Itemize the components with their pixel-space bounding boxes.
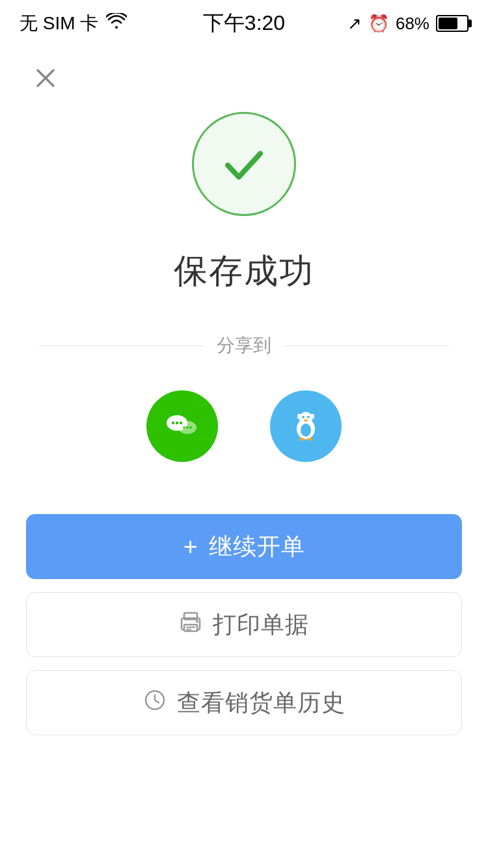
status-right: ↗ ⏰ 68% <box>347 14 468 34</box>
continue-button[interactable]: + 继续开单 <box>26 514 462 579</box>
wechat-icon <box>163 407 202 446</box>
svg-point-12 <box>302 416 305 418</box>
svg-point-19 <box>310 414 314 419</box>
history-button[interactable]: 查看销货单历史 <box>26 670 462 735</box>
sim-status: 无 SIM 卡 <box>20 11 98 36</box>
svg-point-6 <box>180 422 182 424</box>
svg-point-9 <box>189 426 192 429</box>
wechat-share-button[interactable] <box>146 390 218 462</box>
history-label: 查看销货单历史 <box>177 687 346 719</box>
status-bar: 无 SIM 卡 下午3:20 ↗ ⏰ 68% <box>0 0 488 47</box>
print-icon <box>179 610 202 640</box>
battery-icon <box>436 15 468 32</box>
svg-point-18 <box>297 414 301 419</box>
status-time: 下午3:20 <box>203 9 285 38</box>
share-label: 分享到 <box>204 333 284 358</box>
close-button[interactable] <box>26 59 65 98</box>
svg-point-4 <box>172 422 174 424</box>
main-content: 保存成功 分享到 <box>0 47 488 735</box>
status-left: 无 SIM 卡 <box>20 11 127 36</box>
close-icon <box>34 66 57 90</box>
divider-line-right <box>284 346 449 346</box>
success-title: 保存成功 <box>174 249 314 294</box>
print-button[interactable]: 打印单据 <box>26 592 462 657</box>
svg-point-5 <box>176 422 178 424</box>
share-divider: 分享到 <box>0 333 488 358</box>
success-icon-circle <box>192 112 296 216</box>
continue-plus-icon: + <box>183 533 198 561</box>
qq-share-button[interactable] <box>270 390 342 462</box>
svg-point-15 <box>301 424 311 437</box>
battery-percent: 68% <box>396 14 429 34</box>
svg-point-17 <box>307 438 312 441</box>
svg-point-13 <box>307 416 310 418</box>
history-icon <box>143 688 167 718</box>
wifi-icon <box>106 13 127 34</box>
svg-point-25 <box>196 620 198 623</box>
continue-label: 继续开单 <box>209 531 305 563</box>
divider-line-left <box>39 346 204 346</box>
svg-point-11 <box>299 412 312 425</box>
svg-point-14 <box>304 420 308 422</box>
print-label: 打印单据 <box>213 609 309 641</box>
location-icon: ↗ <box>347 14 362 34</box>
qq-icon <box>286 407 325 446</box>
alarm-icon: ⏰ <box>368 14 389 34</box>
share-icons-container <box>146 390 342 462</box>
svg-rect-23 <box>186 627 195 628</box>
svg-point-8 <box>186 426 189 429</box>
action-buttons: + 继续开单 打印单据 <box>0 514 488 735</box>
svg-point-16 <box>299 438 305 441</box>
svg-rect-24 <box>186 629 191 630</box>
svg-point-7 <box>183 426 185 429</box>
